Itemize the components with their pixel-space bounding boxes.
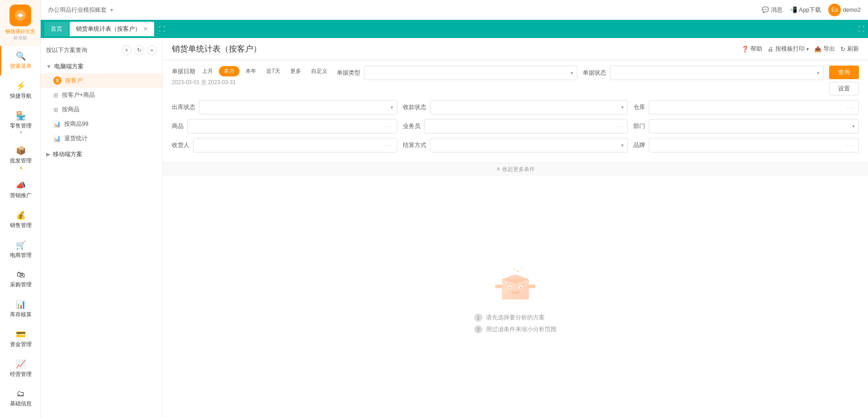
tab-maximize-icon[interactable]: ⛶: [159, 25, 165, 33]
svg-point-4: [509, 287, 511, 289]
brand-select[interactable]: ···: [649, 138, 859, 152]
tab-bar: 首页 销货单统计表（按客户） ✕ ⛶ ⛶: [41, 20, 868, 38]
sidebar-item-search[interactable]: 🔍 搜索菜单: [0, 46, 40, 76]
help-button[interactable]: ❓ 帮助: [741, 45, 762, 53]
message-icon: 💬: [762, 6, 769, 13]
salesperson-select[interactable]: ···: [424, 119, 628, 133]
sidebar-item-system[interactable]: ⚙️ 系统管理: [0, 413, 40, 418]
retail-icon: 🏪: [16, 111, 26, 121]
bill-status-select[interactable]: ▾: [610, 66, 824, 80]
sales-tab-label: 销货单统计表（按客户）: [76, 25, 141, 33]
warehouse-select[interactable]: ···: [649, 100, 859, 114]
sidebar-item-ecommerce[interactable]: 🛒 电商管理: [0, 235, 40, 265]
user-profile[interactable]: Ea demo2: [828, 4, 861, 16]
header-left: 办公用品行业模拟账套 ▾: [48, 6, 113, 14]
export-button[interactable]: 📤 导出: [814, 45, 835, 53]
receipt-status-arrow-icon: ▾: [621, 104, 624, 110]
sidebar-item-purchase[interactable]: 🛍 采购管理: [0, 265, 40, 294]
svg-point-5: [520, 287, 522, 289]
page-title: 销货单统计表（按客户）: [172, 43, 261, 54]
query-button[interactable]: 查询: [829, 66, 859, 79]
scheme-item-returns[interactable]: 📊 退货统计: [41, 131, 162, 146]
svg-point-9: [521, 267, 523, 269]
sidebar-item-inventory[interactable]: 📊 库存核算: [0, 294, 40, 324]
scheme-item-goods-99[interactable]: 📊 按商品99: [41, 117, 162, 131]
sidebar-item-finance[interactable]: 💳 资金管理: [0, 324, 40, 354]
settings-button[interactable]: 设置: [829, 82, 859, 95]
this-month-btn[interactable]: 本月: [219, 66, 240, 76]
help-icon: ❓: [741, 46, 749, 52]
page-header: 销货单统计表（按客户） ❓ 帮助 🖨 按模板打印 ▾ 📤: [163, 38, 868, 60]
sidebar-item-basic[interactable]: 🗂 基础信息: [0, 384, 40, 413]
payment-select[interactable]: ▾: [430, 138, 628, 152]
scheme-item-by-customer[interactable]: 客 按客户: [41, 73, 162, 88]
tab-close-icon[interactable]: ✕: [143, 26, 148, 32]
goods-select[interactable]: ···: [187, 119, 397, 133]
nav-icon: ⚡: [16, 81, 26, 91]
print-button[interactable]: 🖨 按模板打印 ▾: [768, 45, 809, 53]
out-status-filter: 出库状态 ▾: [172, 100, 397, 114]
date-filter-label: 单据日期: [172, 67, 195, 76]
expand-icon: ▼: [46, 63, 52, 70]
finance-icon: 💳: [16, 329, 26, 339]
receiver-select[interactable]: ···: [193, 138, 397, 152]
top-header: 办公用品行业模拟账套 ▾ 💬 消息 📲 App下载 Ea demo2: [41, 0, 868, 20]
purchase-icon: 🛍: [17, 270, 25, 280]
sidebar-item-marketing[interactable]: 📣 营销推广: [0, 175, 40, 205]
sidebar-item-retail[interactable]: 🏪 零售管理 ▾: [0, 105, 40, 140]
message-button[interactable]: 💬 消息: [762, 6, 783, 14]
panel-header: 按以下方案查询 + ↻ «: [41, 43, 162, 58]
collapse-panel-button[interactable]: «: [147, 45, 157, 55]
add-scheme-button[interactable]: +: [122, 45, 132, 55]
more-date-btn[interactable]: 更多: [286, 66, 305, 77]
receipt-status-select[interactable]: ▾: [430, 100, 628, 114]
customer-scheme-icon: 客: [53, 76, 61, 85]
scheme-item-by-goods[interactable]: ⊞ 按商品: [41, 102, 162, 117]
collapse-label: 收起更多条件: [502, 166, 535, 173]
empty-tips: 1 请先选择要分析的方案 2 用过滤条件来缩小分析范围: [474, 314, 557, 333]
payment-label: 结算方式: [403, 141, 426, 149]
date-filter-options: 上月 本月 本年 近7天 更多 自定义: [198, 66, 331, 77]
tab-sales-report[interactable]: 销货单统计表（按客户） ✕: [70, 22, 154, 36]
bill-type-select[interactable]: ▾: [364, 66, 578, 80]
receiver-filter: 收货人 ···: [172, 138, 397, 152]
sidebar-item-quick-nav[interactable]: ⚡ 快捷导航: [0, 76, 40, 105]
tab-home[interactable]: 首页: [44, 22, 69, 36]
collapse-bar[interactable]: ∧ 收起更多条件: [163, 162, 868, 176]
last-month-btn[interactable]: 上月: [198, 66, 217, 77]
customer-goods-icon: ⊞: [53, 92, 58, 99]
goods-dots-icon: ···: [385, 123, 393, 130]
export-icon: 📤: [814, 46, 821, 52]
desktop-scheme-header[interactable]: ▼ 电脑端方案: [41, 60, 162, 73]
department-select[interactable]: ▾: [649, 119, 859, 133]
returns-icon: 📊: [53, 135, 61, 142]
mobile-scheme-header[interactable]: ▶ 移动端方案: [41, 147, 162, 161]
last-7-days-btn[interactable]: 近7天: [262, 66, 284, 77]
out-status-select[interactable]: ▾: [199, 100, 397, 114]
svg-point-8: [516, 270, 519, 272]
custom-date-btn[interactable]: 自定义: [307, 66, 331, 77]
bill-status-arrow-icon: ▾: [817, 70, 820, 76]
app-logo: 畅捷通好生意 标准版: [0, 0, 40, 46]
empty-tip-2: 2 用过滤条件来缩小分析范围: [474, 325, 557, 333]
sales-icon: 💰: [16, 210, 26, 220]
avatar: Ea: [828, 4, 841, 16]
refresh-button[interactable]: ↻ 刷新: [840, 45, 859, 53]
sidebar-item-operations[interactable]: 📈 经营管理: [0, 354, 40, 384]
tip1-number: 1: [474, 314, 482, 322]
tab-restore-icon[interactable]: ⛶: [858, 25, 864, 33]
out-status-label: 出库状态: [172, 103, 195, 111]
sidebar-item-sales[interactable]: 💰 销售管理: [0, 205, 40, 235]
scheme-item-customer-goods[interactable]: ⊞ 按客户+商品: [41, 88, 162, 102]
sidebar-item-wholesale[interactable]: 📦 批发管理 ▴: [0, 140, 40, 175]
bill-status-filter: 单据状态 ▾: [583, 66, 824, 80]
svg-rect-7: [528, 285, 536, 288]
goods-icon: ⊞: [53, 106, 58, 113]
app-download-button[interactable]: 📲 App下载: [790, 6, 821, 14]
refresh-scheme-button[interactable]: ↻: [134, 45, 144, 55]
goods-filter: 商品 ···: [172, 119, 397, 133]
brand-filter: 品牌 ···: [633, 138, 859, 152]
refresh-icon: ↻: [840, 46, 845, 52]
svg-rect-6: [495, 285, 502, 288]
this-year-btn[interactable]: 本年: [241, 66, 260, 77]
